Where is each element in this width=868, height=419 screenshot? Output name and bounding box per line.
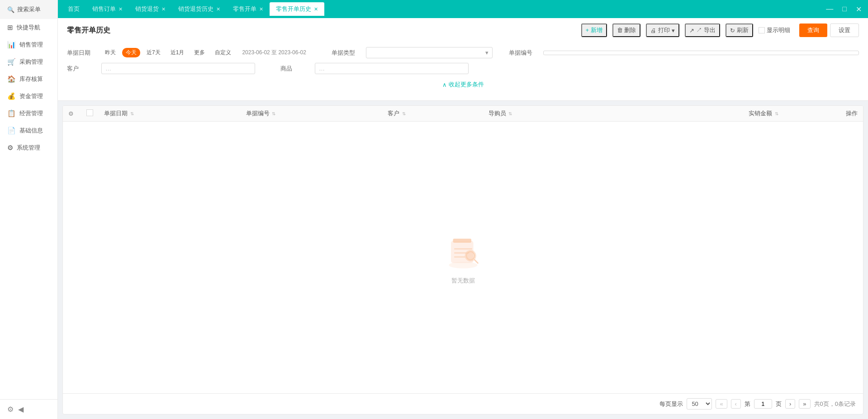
goods-filter-input[interactable]: …: [315, 63, 469, 74]
tab-sales-order-close[interactable]: ✕: [119, 7, 123, 12]
collapse-icon: ∧: [442, 81, 447, 88]
table-settings-icon[interactable]: ⚙: [68, 110, 74, 117]
sidebar-item-purchase-mgmt[interactable]: 🛒 采购管理: [0, 53, 57, 71]
delete-button[interactable]: 🗑 删除: [612, 24, 641, 37]
th-actions: 操作: [784, 106, 863, 122]
sidebar-item-quick-nav[interactable]: ⊞ 快捷导航: [0, 19, 57, 36]
tab-sales-return[interactable]: 销货退货 ✕: [129, 2, 172, 16]
th-customer-label: 客户: [388, 110, 399, 117]
tab-sales-return-close[interactable]: ✕: [161, 7, 166, 12]
prev-page-button[interactable]: ‹: [731, 399, 741, 409]
date-more[interactable]: 更多: [190, 48, 209, 57]
filter-row-collapse: ∧ 收起更多条件: [67, 79, 859, 90]
sidebar-item-label: 快捷导航: [17, 24, 40, 32]
th-guide-sort-icon: ⇅: [508, 111, 512, 116]
date-range-display: 2023-06-02 至 2023-06-02: [242, 49, 306, 56]
date-yesterday[interactable]: 昨天: [101, 48, 119, 57]
collapse-more-button[interactable]: ∧ 收起更多条件: [67, 79, 859, 90]
sidebar-item-sales-mgmt[interactable]: 📊 销售管理: [0, 36, 57, 53]
page-suffix: 页: [776, 400, 782, 408]
tab-sales-return-history[interactable]: 销货退货历史 ✕: [172, 2, 227, 16]
tab-home-label: 首页: [68, 5, 80, 13]
th-customer-sort-icon: ⇅: [402, 111, 406, 116]
th-date[interactable]: 单据日期 ⇅: [99, 106, 241, 122]
sidebar-item-finance[interactable]: 💰 资金管理: [0, 88, 57, 105]
empty-text: 暂无数据: [451, 277, 475, 285]
setting-button[interactable]: 设置: [830, 24, 859, 37]
tab-sales-return-label: 销货退货: [135, 5, 159, 13]
th-number[interactable]: 单据编号 ⇅: [241, 106, 383, 122]
date-1month[interactable]: 近1月: [167, 48, 188, 57]
display-checkbox[interactable]: [759, 27, 765, 33]
query-button[interactable]: 查询: [799, 24, 827, 37]
date-today[interactable]: 今天: [122, 48, 140, 57]
operations-icon: 📋: [7, 109, 16, 118]
collapse-sidebar-icon[interactable]: ◀: [18, 405, 24, 414]
close-button[interactable]: ✕: [853, 4, 864, 14]
export-button[interactable]: ↗ ↗ 导出: [685, 24, 720, 37]
empty-state-illustration: [443, 231, 484, 271]
maximize-button[interactable]: □: [840, 4, 849, 14]
finance-icon: 💰: [7, 92, 16, 100]
date-7days[interactable]: 近7天: [143, 48, 164, 57]
tab-retail-open[interactable]: 零售开单 ✕: [227, 2, 270, 16]
add-button[interactable]: + 新增: [581, 24, 607, 37]
sidebar-item-operations[interactable]: 📋 经营管理: [0, 105, 57, 122]
th-gear: ⚙: [63, 106, 81, 122]
tab-retail-open-close[interactable]: ✕: [259, 7, 263, 12]
sys-mgmt-icon: ⚙: [7, 144, 13, 152]
goods-filter-dots: …: [319, 65, 325, 72]
empty-state: 暂无数据: [63, 122, 863, 393]
customer-filter-input[interactable]: …: [101, 63, 255, 74]
next-page-button[interactable]: ›: [785, 399, 795, 409]
type-filter-chevron-icon: ▾: [485, 49, 489, 56]
table-container: ⚙ 单据日期 ⇅ 单据编号 ⇅: [62, 105, 863, 414]
customer-filter-dots: …: [105, 65, 111, 72]
sidebar-footer: ⚙ ◀: [0, 399, 57, 419]
tab-sales-order[interactable]: 销售订单 ✕: [86, 2, 129, 16]
tab-retail-open-history[interactable]: 零售开单历史 ✕: [270, 2, 324, 16]
type-filter-select[interactable]: ▾: [366, 47, 493, 58]
th-number-label: 单据编号: [246, 110, 270, 117]
sidebar-item-label: 经营管理: [19, 109, 43, 118]
inventory-icon: 🏠: [7, 75, 16, 83]
sidebar-search-label: 搜索采单: [17, 5, 41, 14]
tab-sales-return-history-close[interactable]: ✕: [216, 7, 220, 12]
page-title-row: 零售开单历史 + 新增 🗑 删除 🖨 打印 ▾ ↗ ↗ 导出 ↻: [67, 24, 859, 37]
select-all-checkbox[interactable]: [86, 109, 93, 116]
filter-area: 单据日期 昨天 今天 近7天 近1月 更多 自定义 2023-06-02 至 2…: [67, 42, 859, 100]
print-button[interactable]: 🖨 打印 ▾: [646, 24, 679, 37]
minimize-button[interactable]: —: [823, 4, 836, 14]
th-amount-sort-icon: ⇅: [775, 111, 778, 116]
sidebar-item-inventory[interactable]: 🏠 库存核算: [0, 71, 57, 88]
date-custom[interactable]: 自定义: [211, 48, 235, 57]
th-customer[interactable]: 客户 ⇅: [382, 106, 483, 122]
refresh-button[interactable]: ↻ 刷新: [726, 24, 753, 37]
page-size-select[interactable]: 50 10 20 100: [687, 398, 712, 410]
customer-filter-label: 客户: [67, 65, 94, 73]
page-total: 共0页，0条记录: [814, 400, 856, 408]
tab-retail-open-label: 零售开单: [233, 5, 256, 13]
number-filter-input[interactable]: [543, 51, 859, 55]
print-icon: 🖨: [650, 27, 656, 34]
sidebar-item-sys-mgmt[interactable]: ⚙ 系统管理: [0, 139, 57, 156]
current-page-input[interactable]: [754, 399, 772, 409]
th-checkbox: [81, 106, 99, 122]
base-info-icon: 📄: [7, 127, 16, 135]
sidebar-search[interactable]: 🔍 搜索采单: [0, 0, 57, 19]
filter-row-date: 单据日期 昨天 今天 近7天 近1月 更多 自定义 2023-06-02 至 2…: [67, 47, 859, 58]
th-guide[interactable]: 导购员 ⇅: [483, 106, 604, 122]
settings-footer-icon[interactable]: ⚙: [7, 405, 14, 414]
sales-mgmt-icon: 📊: [7, 41, 16, 49]
first-page-button[interactable]: «: [716, 399, 727, 409]
content: 零售开单历史 + 新增 🗑 删除 🖨 打印 ▾ ↗ ↗ 导出 ↻: [58, 18, 868, 419]
tab-retail-open-history-close[interactable]: ✕: [314, 7, 318, 12]
tab-home[interactable]: 首页: [62, 2, 86, 16]
last-page-button[interactable]: »: [799, 399, 810, 409]
main-area: 首页 销售订单 ✕ 销货退货 ✕ 销货退货历史 ✕ 零售开单 ✕ 零售开单历史 …: [58, 0, 868, 419]
display-toggle[interactable]: 显示明细: [759, 26, 790, 34]
table-header-row: ⚙ 单据日期 ⇅ 单据编号 ⇅: [63, 106, 863, 122]
sidebar-item-base-info[interactable]: 📄 基础信息: [0, 122, 57, 139]
th-amount[interactable]: 实销金额 ⇅: [642, 106, 784, 122]
pagination: 每页显示 50 10 20 100 « ‹ 第 页 › » 共0页，0条记录: [63, 393, 863, 414]
